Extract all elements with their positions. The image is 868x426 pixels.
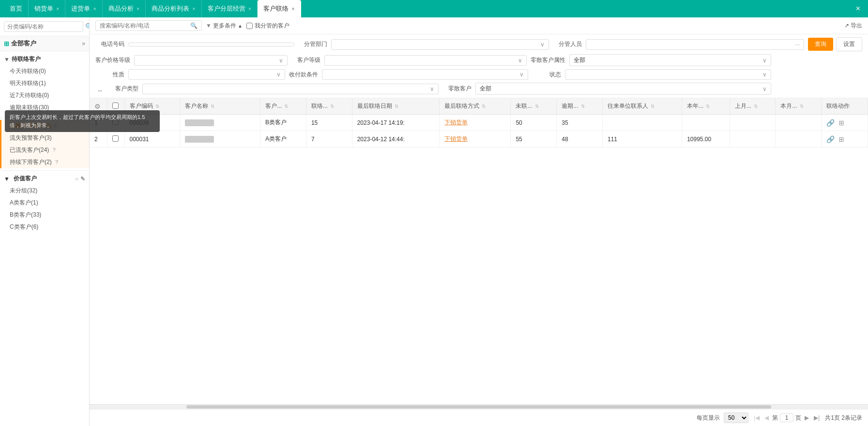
tab-customer-tier[interactable]: 客户分层经营 × — [202, 0, 258, 17]
gender-field[interactable]: ∨ — [128, 69, 285, 80]
row2-name — [180, 131, 260, 147]
retail-attr-field[interactable]: 全部 ∨ — [569, 54, 771, 66]
sidebar-item-churn-warning[interactable]: 流失预警客户(3) — [0, 132, 89, 144]
sidebar-item-ungroup[interactable]: 未分组(32) — [0, 185, 89, 197]
dept-field[interactable]: ∨ — [331, 39, 549, 50]
setting-btn[interactable]: 设置 — [836, 37, 862, 51]
pay-term-field[interactable]: ∨ — [322, 69, 528, 80]
sort-contacts[interactable]: ⇅ — [651, 103, 655, 109]
sort-last-month[interactable]: ⇅ — [754, 103, 758, 109]
sidebar-search-input[interactable] — [4, 21, 83, 32]
tab-purchase-order[interactable]: 进货单 × — [65, 0, 102, 17]
gender-arrow: ∨ — [276, 71, 281, 78]
select-all-checkbox[interactable] — [112, 103, 119, 109]
customer-type-field[interactable]: ∨ — [142, 84, 439, 94]
row1-last-month — [730, 115, 776, 131]
close-all-tabs[interactable]: × — [852, 4, 864, 13]
more-dots[interactable]: ... — [97, 84, 102, 94]
tab-sales-order[interactable]: 销货单 × — [29, 0, 65, 17]
th-name: 客户名称 ⇅ — [180, 98, 260, 115]
main-search-icon[interactable]: 🔍 — [190, 22, 198, 29]
gear-icon[interactable]: ⚙ — [94, 103, 101, 110]
row1-link-icon[interactable]: 🔗 — [826, 119, 835, 127]
tab-home[interactable]: 首页 — [4, 0, 29, 17]
export-btn[interactable]: ↗ 导出 — [844, 22, 862, 30]
sidebar-search-icon[interactable]: 🔍 — [85, 23, 90, 30]
tab-product-analysis-list[interactable]: 商品分析列表 × — [146, 0, 201, 17]
sort-this-year[interactable]: ⇅ — [706, 103, 710, 109]
sidebar-item-overdue[interactable]: 逾期未联络(30) — [0, 102, 89, 114]
th-gear[interactable]: ⚙ — [90, 98, 107, 115]
sidebar-value-customers-header: ▼ 价值客户 ○ ✎ — [0, 173, 89, 185]
close-tab-customer-tier[interactable]: × — [248, 0, 251, 17]
sort-uncontacted[interactable]: ⇅ — [535, 103, 539, 109]
sort-last-date[interactable]: ⇅ — [395, 103, 398, 109]
row2-method[interactable]: 下销货单 — [439, 131, 510, 147]
status-field[interactable]: ∨ — [565, 69, 771, 80]
adv-filter-row-3: 性质 ∨ 收付款条件 ∨ 状态 ∨ — [95, 69, 862, 80]
sidebar-item-c-class[interactable]: C类客户(6) — [0, 221, 89, 233]
row1-method[interactable]: 下销货单 — [439, 115, 510, 131]
section-title-pending[interactable]: ▼ 待联络客户 — [0, 53, 89, 65]
sidebar-all-customers[interactable]: ⊞ 全部客户 » — [0, 36, 89, 51]
price-grade-field[interactable]: ∨ — [134, 55, 288, 66]
retail-customer-field[interactable]: 全部 ∨ — [475, 83, 772, 95]
help-icon-repurchase[interactable]: ? — [54, 123, 57, 129]
value-customers-settings-icon[interactable]: ✎ — [80, 176, 85, 182]
grid-icon: ⊞ — [4, 40, 9, 47]
help-icon-churned[interactable]: ? — [53, 147, 56, 153]
sidebar-item-a-class[interactable]: A类客户(1) — [0, 197, 89, 209]
row2-check[interactable] — [112, 135, 119, 142]
sidebar-item-declining[interactable]: 持续下滑客户(2) ? — [0, 156, 89, 168]
close-tab-purchase[interactable]: × — [93, 0, 96, 17]
horizontal-scrollbar[interactable] — [90, 404, 868, 409]
sort-code[interactable]: ⇅ — [155, 103, 159, 109]
sidebar-item-repurchase-abnormal[interactable]: 回购异常客户(2) ? — [0, 120, 89, 132]
sort-name[interactable]: ⇅ — [211, 103, 214, 109]
sort-type[interactable]: ⇅ — [284, 103, 288, 109]
export-icon: ↗ — [844, 22, 849, 29]
first-page-btn[interactable]: |◀ — [752, 414, 761, 421]
row1-more-icon[interactable]: ⊞ — [838, 119, 844, 127]
query-btn[interactable]: 查询 — [808, 38, 833, 51]
sort-contact-count[interactable]: ⇅ — [330, 103, 334, 109]
row2-more-icon[interactable]: ⊞ — [838, 135, 844, 143]
value-customers-icons: ○ ✎ — [75, 176, 85, 182]
sidebar-item-today[interactable]: 今天待联络(0) — [0, 65, 89, 77]
current-page-input[interactable]: 1 — [780, 413, 793, 422]
help-icon-declining[interactable]: ? — [55, 159, 58, 165]
per-page-select[interactable]: 10 20 50 100 — [724, 412, 748, 423]
value-customers-edit-icon[interactable]: ○ — [75, 176, 78, 182]
collapse-sidebar-icon[interactable]: » — [82, 40, 85, 47]
person-field[interactable]: ··· — [586, 39, 804, 50]
row1-check[interactable] — [112, 119, 119, 125]
row1-contacts — [603, 115, 682, 131]
sidebar-item-7days[interactable]: 近7天待联络(0) — [0, 89, 89, 102]
sort-overdue[interactable]: ⇅ — [581, 103, 585, 109]
sidebar-item-churned[interactable]: 已流失客户(24) ? — [0, 144, 89, 156]
row2-link-icon[interactable]: 🔗 — [826, 135, 835, 143]
tab-customer-contact[interactable]: 客户联络 × — [258, 0, 301, 17]
main-search-input[interactable] — [100, 22, 188, 29]
tab-product-analysis[interactable]: 商品分析 × — [103, 0, 146, 17]
next-page-btn[interactable]: ▶ — [803, 414, 810, 421]
sidebar-item-b-class[interactable]: B类客户(33) — [0, 209, 89, 221]
close-tab-customer-contact[interactable]: × — [291, 0, 294, 17]
more-filter-btn[interactable]: ▼ 更多条件 ▲ — [206, 22, 243, 30]
phone-field[interactable] — [128, 43, 294, 46]
scrollbar-thumb[interactable] — [186, 405, 771, 409]
sort-this-month[interactable]: ⇅ — [800, 103, 804, 109]
close-tab-product-analysis[interactable]: × — [137, 0, 139, 17]
sort-method[interactable]: ⇅ — [482, 103, 486, 109]
retail-attr-arrow: ∨ — [762, 57, 767, 64]
close-tab-product-list[interactable]: × — [192, 0, 195, 17]
sidebar-section-pending: ▼ 待联络客户 今天待联络(0) 明天待联络(1) 近7天待联络(0) 逾期未联… — [0, 51, 89, 116]
th-code: 客户编码 ⇅ — [124, 98, 180, 115]
last-page-btn[interactable]: ▶| — [812, 414, 821, 421]
tri-icon: ▼ — [4, 56, 10, 63]
close-tab-sales[interactable]: × — [56, 0, 59, 17]
my-customers-check[interactable] — [246, 23, 253, 29]
sidebar-item-tomorrow[interactable]: 明天待联络(1) — [0, 77, 89, 89]
prev-page-btn[interactable]: ◀ — [763, 414, 770, 421]
grade-field[interactable]: ∨ — [324, 55, 526, 66]
